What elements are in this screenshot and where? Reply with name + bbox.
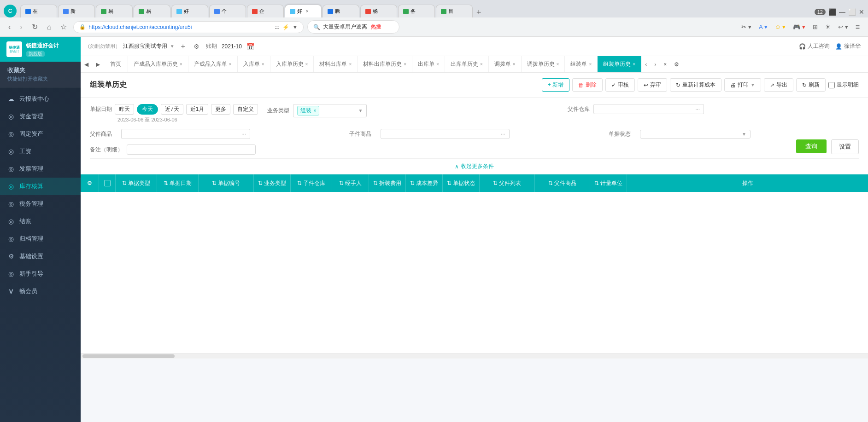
th-unit[interactable]: ⇅ 计量单位 bbox=[590, 174, 627, 192]
child-goods-input[interactable]: ··· bbox=[381, 129, 510, 139]
grid-tool[interactable]: ⊞ bbox=[810, 22, 821, 32]
brightness-tool[interactable]: ☀ bbox=[822, 22, 833, 32]
warehouse-input[interactable]: ··· bbox=[593, 104, 704, 114]
recalc-button[interactable]: ↻ 重新计算成本 bbox=[670, 78, 721, 92]
show-detail-toggle[interactable]: 显示明细 bbox=[828, 81, 859, 89]
dropdown-icon[interactable]: ▼ bbox=[292, 24, 298, 30]
browser-tab[interactable]: 目 bbox=[436, 5, 473, 17]
remark-input[interactable] bbox=[127, 145, 256, 155]
tab-close-icon[interactable]: × bbox=[306, 9, 309, 14]
refresh-button[interactable]: ↻ 刷新 bbox=[796, 78, 826, 92]
tab-close-active[interactable]: × bbox=[633, 62, 635, 67]
sidebar-item-member[interactable]: V 畅会员 bbox=[0, 283, 81, 300]
page-tab-outbound[interactable]: 出库单 × bbox=[412, 56, 445, 73]
browser-tab[interactable]: 在 bbox=[20, 5, 57, 17]
date-7days[interactable]: 近7天 bbox=[161, 104, 183, 115]
export-button[interactable]: ↗ 导出 bbox=[764, 78, 793, 92]
th-handler[interactable]: ⇅ 经手人 bbox=[332, 174, 369, 192]
browser-tab[interactable]: 各 bbox=[398, 5, 435, 17]
sidebar-item-guide[interactable]: ◎ 新手引导 bbox=[0, 265, 81, 283]
parent-goods-input[interactable]: ··· bbox=[121, 129, 250, 139]
date-custom[interactable]: 自定义 bbox=[233, 104, 258, 115]
favorites-sub[interactable]: 快捷键打开收藏夹 bbox=[7, 75, 73, 82]
sidebar-item-basic-settings[interactable]: ⚙ 基础设置 bbox=[0, 248, 81, 265]
th-parent-list[interactable]: ⇅ 父件列表 bbox=[480, 174, 535, 192]
translate-tool[interactable]: A ▾ bbox=[756, 22, 770, 32]
tab-nav-left[interactable]: ◀ bbox=[81, 56, 92, 73]
th-checkbox[interactable] bbox=[99, 174, 116, 192]
sidebar-item-fund[interactable]: ◎ 资金管理 bbox=[0, 108, 81, 125]
browser-tab[interactable]: 新 bbox=[58, 5, 95, 17]
th-biz-type[interactable]: ⇅ 业务类型 bbox=[254, 174, 291, 192]
new-button[interactable]: + 新增 bbox=[542, 78, 569, 92]
tab-close[interactable]: × bbox=[262, 62, 264, 67]
address-bar[interactable]: 🔒 https://cloud.chanjet.com/accounting/u… bbox=[73, 21, 304, 33]
page-tab-inbound-history[interactable]: 入库单历史 × bbox=[270, 56, 314, 73]
date-1month[interactable]: 近1月 bbox=[186, 104, 209, 115]
status-select[interactable]: ▼ bbox=[640, 130, 751, 139]
sidebar-item-invoice[interactable]: ◎ 发票管理 bbox=[0, 160, 81, 178]
nav-forward[interactable]: › bbox=[17, 21, 25, 33]
browser-tab[interactable]: 易 bbox=[134, 5, 170, 17]
browser-tab[interactable]: 好 bbox=[171, 5, 208, 17]
date-today[interactable]: 今天 bbox=[137, 104, 158, 115]
th-child-warehouse[interactable]: ⇅ 子件仓库 bbox=[291, 174, 332, 192]
tab-close[interactable]: × bbox=[480, 62, 483, 67]
th-disassembly-fee[interactable]: ⇅ 拆装费用 bbox=[369, 174, 406, 192]
browser-tab[interactable]: 腾 bbox=[323, 5, 359, 17]
browser-tab[interactable]: 畅 bbox=[360, 5, 397, 17]
settings-query-button[interactable]: 设置 bbox=[831, 139, 859, 154]
sidebar-item-payroll[interactable]: ◎ 工资 bbox=[0, 143, 81, 160]
company-dropdown-icon[interactable]: ▼ bbox=[170, 44, 175, 49]
tab-close-all[interactable]: × bbox=[660, 56, 670, 73]
th-doc-num[interactable]: ⇅ 单据编号 bbox=[199, 174, 254, 192]
business-type-input[interactable]: 组装 × ▼ bbox=[293, 104, 367, 117]
tab-expand-left[interactable]: ‹ bbox=[641, 56, 651, 73]
child-goods-dots[interactable]: ··· bbox=[501, 131, 505, 137]
tab-close[interactable]: × bbox=[589, 62, 592, 67]
warehouse-dots[interactable]: ··· bbox=[695, 106, 700, 112]
abandon-button[interactable]: ↩ 弃审 bbox=[638, 78, 667, 92]
add-company-button[interactable]: + bbox=[179, 42, 187, 51]
th-doc-status[interactable]: ⇅ 单据状态 bbox=[443, 174, 480, 192]
nav-refresh[interactable]: ↻ bbox=[29, 21, 41, 33]
service-link[interactable]: 🎧 人工咨询 bbox=[799, 42, 830, 50]
tab-close[interactable]: × bbox=[349, 62, 352, 67]
user-menu[interactable]: 👤 徐泽华 bbox=[835, 42, 861, 50]
header-checkbox[interactable] bbox=[104, 180, 111, 186]
undo-tool[interactable]: ↩ ▾ bbox=[835, 22, 851, 32]
page-tab-inbound[interactable]: 入库单 × bbox=[238, 56, 270, 73]
th-parent-goods[interactable]: ⇅ 父件商品 bbox=[535, 174, 590, 192]
page-tab-assembly-1[interactable]: 产成品入库单 × bbox=[188, 56, 238, 73]
audit-button[interactable]: ✓ 审核 bbox=[605, 78, 635, 92]
th-doc-date[interactable]: ⇅ 单据日期 bbox=[157, 174, 199, 192]
tag-close-icon[interactable]: × bbox=[313, 108, 316, 113]
browser-tab[interactable]: 个 bbox=[209, 5, 246, 17]
print-button[interactable]: 🖨 打印 ▼ bbox=[724, 78, 761, 92]
tab-close[interactable]: × bbox=[513, 62, 516, 67]
page-tab-transfer[interactable]: 调拨单 × bbox=[489, 56, 522, 73]
show-detail-checkbox[interactable] bbox=[828, 82, 835, 88]
query-button[interactable]: 查询 bbox=[796, 139, 827, 153]
parent-goods-dots[interactable]: ··· bbox=[241, 131, 246, 137]
calendar-icon[interactable]: 📅 bbox=[246, 43, 254, 50]
page-tab-assembly[interactable]: 组装单 × bbox=[565, 56, 598, 73]
delete-button[interactable]: 🗑 删除 bbox=[572, 78, 603, 92]
emoji-tool[interactable]: ☺ ▾ bbox=[772, 22, 789, 32]
nav-bookmark[interactable]: ☆ bbox=[58, 21, 70, 33]
company-selector[interactable]: (勿删勿禁用） 江西服宝测试专用 ▼ bbox=[88, 42, 175, 50]
tab-close[interactable]: × bbox=[404, 62, 406, 67]
page-tab-assembly-history-active[interactable]: 组装单历史 × bbox=[598, 56, 641, 73]
page-tab-transfer-history[interactable]: 调拨单历史 × bbox=[522, 56, 565, 73]
tab-nav-right[interactable]: ▶ bbox=[92, 56, 104, 73]
collapse-button[interactable]: ∧ 收起更多条件 bbox=[90, 158, 859, 174]
tab-expand-right[interactable]: › bbox=[651, 56, 660, 73]
settings-button[interactable]: ⚙ bbox=[192, 43, 201, 50]
horizontal-scrollbar[interactable] bbox=[81, 353, 868, 358]
tab-settings[interactable]: ⚙ bbox=[670, 56, 683, 73]
date-more[interactable]: 更多 bbox=[211, 104, 230, 115]
page-tab-outbound-history[interactable]: 出库单历史 × bbox=[445, 56, 489, 73]
tab-close[interactable]: × bbox=[229, 62, 232, 67]
page-tab-assembly-history-1[interactable]: 产成品入库单历史 × bbox=[128, 56, 188, 73]
nav-home[interactable]: ⌂ bbox=[44, 21, 54, 33]
